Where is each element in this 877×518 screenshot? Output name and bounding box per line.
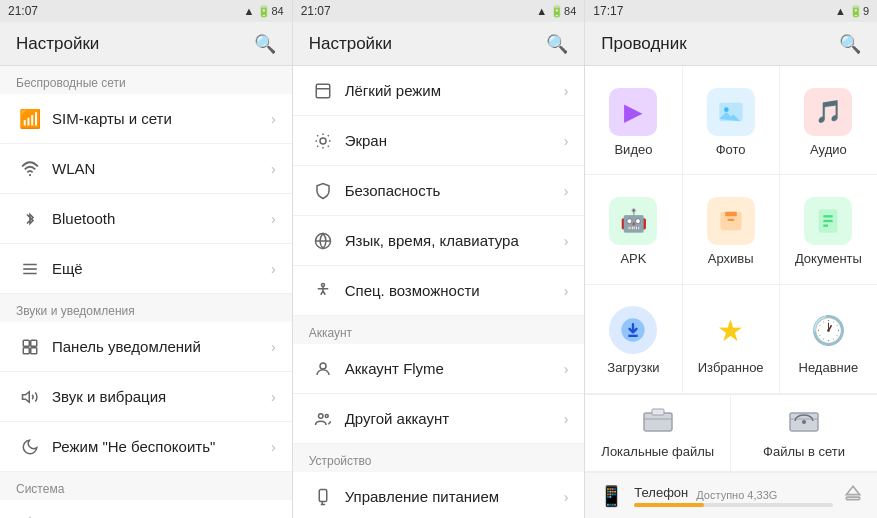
bluetooth-text: Bluetooth bbox=[52, 210, 271, 227]
section-device: Устройство bbox=[293, 444, 585, 472]
chevron-wlan: › bbox=[271, 161, 276, 177]
storage-info: Телефон Доступно 4,33G bbox=[634, 485, 833, 507]
storage-bar: 📱 Телефон Доступно 4,33G bbox=[585, 472, 877, 518]
svg-rect-28 bbox=[644, 413, 672, 431]
security-text: Безопасность bbox=[345, 182, 564, 199]
header-3: Проводник 🔍 bbox=[585, 22, 877, 66]
header-2: Настройки 🔍 bbox=[293, 22, 585, 66]
file-item-downloads[interactable]: Загрузки bbox=[585, 285, 682, 394]
more-icon bbox=[16, 260, 44, 278]
file-item-apk[interactable]: 🤖 APK bbox=[585, 175, 682, 284]
local-label: Локальные файлы bbox=[601, 444, 714, 459]
item-power[interactable]: Управление питанием › bbox=[293, 472, 585, 518]
file-item-local[interactable]: Локальные файлы bbox=[585, 395, 731, 472]
file-item-archives[interactable]: Архивы bbox=[683, 175, 780, 284]
panel-title-2: Настройки bbox=[309, 34, 392, 54]
apk-label: APK bbox=[620, 251, 646, 266]
downloads-icon bbox=[609, 306, 657, 354]
local-icon bbox=[642, 407, 674, 440]
chevron-power: › bbox=[564, 489, 569, 505]
other-account-icon bbox=[309, 410, 337, 428]
chevron-security: › bbox=[564, 183, 569, 199]
downloads-label: Загрузки bbox=[607, 360, 659, 375]
file-item-audio[interactable]: 🎵 Аудио bbox=[780, 66, 877, 175]
item-sound[interactable]: Звук и вибрация › bbox=[0, 372, 292, 422]
screen-icon bbox=[309, 132, 337, 150]
battery-icon-1: 🔋84 bbox=[257, 5, 283, 18]
item-dnd[interactable]: Режим "Не беспокоить" › bbox=[0, 422, 292, 472]
status-icons-3: ▲ 🔋9 bbox=[835, 5, 869, 18]
header-1: Настройки 🔍 bbox=[0, 22, 292, 66]
dnd-icon bbox=[16, 438, 44, 456]
search-icon-1[interactable]: 🔍 bbox=[254, 33, 276, 55]
panel-scroll-2: Лёгкий режим › Экран › Безопасность › Яз… bbox=[293, 66, 585, 518]
time-2: 21:07 bbox=[301, 4, 331, 18]
item-screen[interactable]: Экран › bbox=[293, 116, 585, 166]
file-grid: ▶ Видео Фото 🎵 Аудио 🤖 APK Архивы bbox=[585, 66, 877, 394]
favorites-label: Избранное bbox=[698, 360, 764, 375]
svg-rect-7 bbox=[316, 84, 330, 98]
svg-point-11 bbox=[321, 283, 324, 286]
item-personalize[interactable]: Персонализация › bbox=[0, 500, 292, 518]
screen-text: Экран bbox=[345, 132, 564, 149]
easy-mode-icon bbox=[309, 82, 337, 100]
file-item-docs[interactable]: Документы bbox=[780, 175, 877, 284]
wlan-icon bbox=[16, 160, 44, 178]
svg-rect-15 bbox=[319, 489, 327, 501]
status-bar-3: 17:17 ▲ 🔋9 bbox=[585, 0, 877, 22]
chevron-sim: › bbox=[271, 111, 276, 127]
svg-point-12 bbox=[320, 363, 326, 369]
file-grid-bottom: Локальные файлы Файлы в сети bbox=[585, 394, 877, 472]
item-language[interactable]: Язык, время, клавиатура › bbox=[293, 216, 585, 266]
section-label-sounds: Звуки и уведомления bbox=[0, 294, 292, 322]
dnd-text: Режим "Не беспокоить" bbox=[52, 438, 271, 455]
time-1: 21:07 bbox=[8, 4, 38, 18]
chevron-language: › bbox=[564, 233, 569, 249]
item-bluetooth[interactable]: Bluetooth › bbox=[0, 194, 292, 244]
power-icon bbox=[309, 488, 337, 506]
chevron-dnd: › bbox=[271, 439, 276, 455]
storage-name: Телефон bbox=[634, 485, 688, 500]
item-flyme[interactable]: Аккаунт Flyme › bbox=[293, 344, 585, 394]
search-icon-2[interactable]: 🔍 bbox=[546, 33, 568, 55]
power-text: Управление питанием bbox=[345, 488, 564, 505]
svg-rect-1 bbox=[23, 340, 29, 346]
audio-label: Аудио bbox=[810, 142, 847, 157]
svg-marker-5 bbox=[23, 391, 30, 402]
panel-file-manager: 17:17 ▲ 🔋9 Проводник 🔍 ▶ Видео Фото 🎵 Ау… bbox=[585, 0, 877, 518]
item-other-account[interactable]: Другой аккаунт › bbox=[293, 394, 585, 444]
notif-icon bbox=[16, 338, 44, 356]
language-text: Язык, время, клавиатура bbox=[345, 232, 564, 249]
archives-icon bbox=[707, 197, 755, 245]
item-accessibility[interactable]: Спец. возможности › bbox=[293, 266, 585, 316]
search-icon-3[interactable]: 🔍 bbox=[839, 33, 861, 55]
item-sim[interactable]: 📶 SIM-карты и сети › bbox=[0, 94, 292, 144]
panel-title-1: Настройки bbox=[16, 34, 99, 54]
chevron-access: › bbox=[564, 283, 569, 299]
item-notifications[interactable]: Панель уведомлений › bbox=[0, 322, 292, 372]
file-item-favorites[interactable]: ★ Избранное bbox=[683, 285, 780, 394]
battery-icon-2: 🔋84 bbox=[550, 5, 576, 18]
archives-label: Архивы bbox=[708, 251, 754, 266]
file-item-video[interactable]: ▶ Видео bbox=[585, 66, 682, 175]
storage-bar-bg bbox=[634, 503, 833, 507]
more-text: Ещё bbox=[52, 260, 271, 277]
time-3: 17:17 bbox=[593, 4, 623, 18]
storage-bar-fill bbox=[634, 503, 704, 507]
file-item-recent[interactable]: 🕐 Недавние bbox=[780, 285, 877, 394]
panel-settings-1: 21:07 ▲ 🔋84 Настройки 🔍 Беспроводные сет… bbox=[0, 0, 293, 518]
recent-icon: 🕐 bbox=[804, 306, 852, 354]
svg-point-18 bbox=[724, 107, 729, 112]
file-item-photo[interactable]: Фото bbox=[683, 66, 780, 175]
photo-label: Фото bbox=[716, 142, 746, 157]
item-security[interactable]: Безопасность › bbox=[293, 166, 585, 216]
item-easy-mode[interactable]: Лёгкий режим › bbox=[293, 66, 585, 116]
section-label-system: Система bbox=[0, 472, 292, 500]
language-icon bbox=[309, 232, 337, 250]
notif-text: Панель уведомлений bbox=[52, 338, 271, 355]
status-icons-1: ▲ 🔋84 bbox=[244, 5, 284, 18]
eject-icon[interactable] bbox=[843, 483, 863, 508]
item-wlan[interactable]: WLAN › bbox=[0, 144, 292, 194]
item-more[interactable]: Ещё › bbox=[0, 244, 292, 294]
file-item-network[interactable]: Файлы в сети bbox=[731, 395, 877, 472]
